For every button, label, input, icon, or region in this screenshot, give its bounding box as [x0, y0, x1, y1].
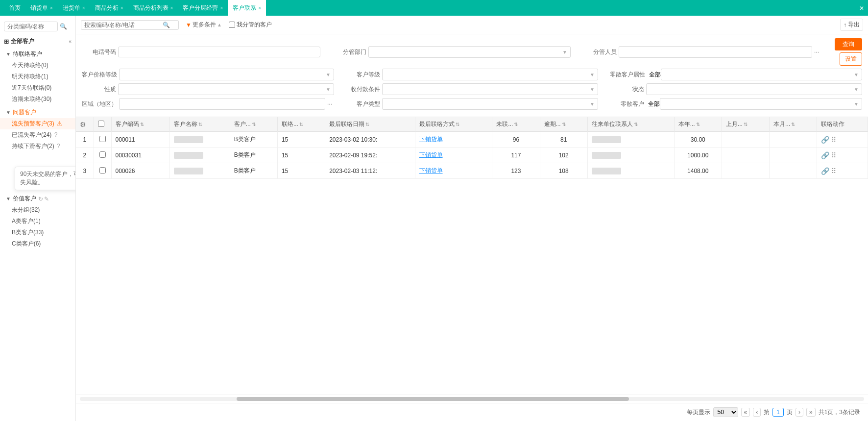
row-last-method-1[interactable]: 下销货单	[415, 148, 492, 163]
filter-region-dots[interactable]: ···	[325, 100, 334, 107]
sort-overdue[interactable]: 逾期... ⇅	[544, 120, 583, 128]
filter-nature-select[interactable]: ▼	[118, 83, 334, 95]
scrollbar-track[interactable]	[80, 397, 864, 401]
search-input[interactable]	[84, 22, 163, 28]
sidebar-item-overdue-pending[interactable]: 逾期未联络(30)	[0, 94, 75, 105]
sort-last-method[interactable]: 最后联络方式 ⇅	[419, 120, 488, 128]
col-header-code: 客户编码 ⇅	[111, 117, 170, 132]
sort-this-year[interactable]: 本年... ⇅	[678, 120, 718, 128]
row-contact-2: 15	[277, 163, 325, 179]
select-all-checkbox[interactable]	[98, 121, 104, 127]
close-all-tabs[interactable]: ✕	[859, 4, 864, 12]
sort-contact[interactable]: 联络... ⇅	[282, 120, 321, 128]
sidebar-item-class-b[interactable]: B类客户(33)	[0, 227, 75, 238]
row-checkbox-2[interactable]	[94, 163, 111, 179]
tab-customer-contact[interactable]: 客户联系 ×	[228, 0, 266, 16]
sidebar-item-class-a[interactable]: A类客户(1)	[0, 216, 75, 227]
filter-status-select[interactable]: ▼	[646, 83, 862, 95]
tab-purchase-order-close[interactable]: ×	[82, 5, 85, 11]
tab-home[interactable]: 首页	[4, 0, 25, 16]
sidebar-item-churn-warning[interactable]: 流失预警客户(3) ⚠	[0, 118, 75, 129]
filter-customer-type: 客户类型 ▼	[346, 98, 598, 110]
query-button[interactable]: 查询	[835, 38, 862, 50]
tab-product-analysis-list-close[interactable]: ×	[170, 5, 173, 11]
filter-retail: 零散客户 全部 ▼	[610, 98, 862, 110]
tab-customer-tier[interactable]: 客户分层经营 ×	[178, 0, 228, 16]
sidebar-item-today-pending[interactable]: 今天待联络(0)	[0, 60, 75, 71]
sidebar-item-churned[interactable]: 已流失客户(24) ?	[0, 129, 75, 141]
table-row: 1 000011 B类客户 15 2023-03-02 10:30: 下销货单 …	[76, 132, 868, 148]
action-link-icon-2[interactable]: 🔗	[821, 167, 829, 175]
filter-nature-label: 性质	[82, 85, 116, 94]
more-filter-btn[interactable]: ▼ 更多条件 ▲	[183, 19, 225, 30]
filter-retail-attr: 零散客户属性 全部 ▼	[610, 69, 862, 80]
filter-region-select[interactable]	[119, 98, 325, 110]
sidebar-search-input[interactable]	[4, 22, 58, 31]
sort-contact2[interactable]: 往来单位联系人 ⇅	[592, 120, 670, 128]
tab-product-analysis-close[interactable]: ×	[121, 5, 123, 11]
my-customers-checkbox-wrap[interactable]: 我分管的客户	[229, 21, 272, 29]
table-settings-btn[interactable]: ⚙	[80, 121, 86, 128]
action-more-icon-0[interactable]: ⠿	[831, 136, 836, 144]
sort-not-contact[interactable]: 未联... ⇅	[496, 120, 535, 128]
refresh-icon[interactable]: ↻	[38, 196, 43, 202]
filter-dept-select[interactable]: ▼	[368, 46, 571, 58]
export-btn[interactable]: ↑ 导出	[840, 19, 863, 31]
filter-actions: 查询 设置	[823, 38, 862, 66]
filter-payment-select[interactable]: ▼	[382, 83, 598, 95]
col-checkbox	[94, 117, 111, 132]
filter-customer-type-select[interactable]: ▼	[382, 98, 598, 110]
sidebar-item-tomorrow-pending[interactable]: 明天待联络(1)	[0, 71, 75, 82]
sort-type[interactable]: 客户... ⇅	[234, 120, 273, 128]
per-page-select[interactable]: 50 100 200	[713, 407, 738, 417]
sort-name[interactable]: 客户名称 ⇅	[174, 120, 226, 128]
sidebar-item-declining[interactable]: 持续下滑客户(2) ?	[0, 141, 75, 152]
sidebar-item-7day-pending[interactable]: 近7天待联络(0)	[0, 82, 75, 94]
horizontal-scrollbar[interactable]	[76, 395, 868, 403]
settings-button[interactable]: 设置	[840, 52, 862, 66]
pagination-bar: 每页显示 50 100 200 « ‹ 第 1 页 › » 共1页，3条记录	[76, 403, 868, 421]
search-submit-icon[interactable]: 🔍	[163, 22, 170, 28]
sidebar-group-problem-title[interactable]: ▼ 问题客户	[0, 107, 75, 118]
edit-icon[interactable]: ✎	[44, 196, 49, 202]
sidebar-search-icon[interactable]: 🔍	[60, 23, 67, 30]
tab-customer-tier-close[interactable]: ×	[220, 5, 223, 11]
next-page-btn[interactable]: ›	[796, 408, 803, 417]
scrollbar-thumb[interactable]	[237, 397, 629, 401]
tab-sales-order-close[interactable]: ×	[50, 5, 53, 11]
action-link-icon-0[interactable]: 🔗	[821, 136, 829, 144]
filter-manager-dots[interactable]: ···	[812, 49, 821, 55]
row-last-method-2[interactable]: 下销货单	[415, 163, 492, 179]
sort-this-month[interactable]: 本月... ⇅	[773, 120, 813, 128]
my-customers-checkbox[interactable]	[229, 22, 235, 28]
tab-purchase-order[interactable]: 进货单 ×	[58, 0, 90, 16]
row-last-method-0[interactable]: 下销货单	[415, 132, 492, 148]
sort-last-month[interactable]: 上月... ⇅	[726, 120, 765, 128]
last-page-btn[interactable]: »	[806, 408, 816, 417]
filter-manager-select[interactable]	[619, 46, 812, 58]
tab-sales-order[interactable]: 销货单 ×	[25, 0, 58, 16]
action-more-icon-1[interactable]: ⠿	[831, 151, 836, 159]
sort-code[interactable]: 客户编码 ⇅	[116, 120, 166, 128]
filter-retail-attr-select[interactable]: ▼	[661, 69, 862, 80]
action-link-icon-1[interactable]: 🔗	[821, 151, 829, 159]
filter-phone: 电话号码	[82, 47, 320, 57]
tab-customer-contact-close[interactable]: ×	[258, 5, 261, 11]
tab-product-analysis[interactable]: 商品分析 ×	[90, 0, 128, 16]
row-checkbox-1[interactable]	[94, 148, 111, 163]
sidebar-group-pending-title[interactable]: ▼ 待联络客户	[0, 49, 75, 60]
prev-page-btn[interactable]: ‹	[753, 408, 761, 417]
filter-phone-input[interactable]	[118, 47, 320, 57]
first-page-btn[interactable]: «	[741, 408, 750, 417]
sidebar-item-class-c[interactable]: C类客户(6)	[0, 238, 75, 249]
row-checkbox-0[interactable]	[94, 132, 111, 148]
sidebar-group-value-title[interactable]: ▼ 价值客户 ↻ ✎	[0, 193, 75, 204]
sort-last-date[interactable]: 最后联络日期 ⇅	[329, 120, 410, 128]
action-more-icon-2[interactable]: ⠿	[831, 167, 836, 175]
filter-retail-select[interactable]: ▼	[660, 98, 862, 110]
filter-customer-level-select[interactable]: ▼	[382, 69, 598, 80]
sidebar-item-ungroup[interactable]: 未分组(32)	[0, 204, 75, 216]
filter-price-level-select[interactable]: ▼	[119, 69, 334, 80]
sidebar-all-customers[interactable]: ⊞ 全部客户 «	[0, 35, 75, 48]
tab-product-analysis-list[interactable]: 商品分析列表 ×	[128, 0, 178, 16]
